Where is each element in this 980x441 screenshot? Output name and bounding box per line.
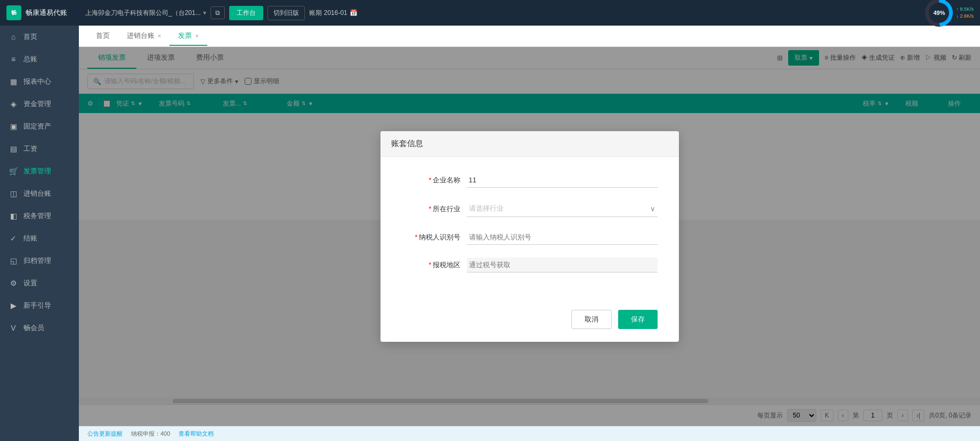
industry-row: *所在行业 请选择行业 ∨ xyxy=(402,201,658,217)
period-value: 2016-01 xyxy=(324,9,347,17)
speed-details: ↑ 8.5K/s ↓ 2.6K/s xyxy=(956,6,974,19)
sidebar-item-home[interactable]: ⌂ 首页 xyxy=(0,26,79,48)
sidebar-item-label: 税务管理 xyxy=(23,211,51,221)
sidebar-item-label: 资金管理 xyxy=(23,99,51,109)
sidebar-item-close[interactable]: ✓ 结账 xyxy=(0,227,79,250)
tax-region-label: *报税地区 xyxy=(402,260,460,270)
industry-chevron-icon: ∨ xyxy=(650,205,655,213)
payroll-icon: ▤ xyxy=(9,144,18,154)
sidebar-item-label: 报表中心 xyxy=(23,77,51,86)
tax-id-label: *纳税人识别号 xyxy=(402,232,460,242)
tab-home[interactable]: 首页 xyxy=(87,27,118,46)
funds-icon: ◈ xyxy=(9,99,18,109)
guide-icon: ▶ xyxy=(9,301,18,310)
ledger-icon: ≡ xyxy=(9,54,18,64)
settings-icon: ⚙ xyxy=(9,278,18,288)
sidebar-item-archive[interactable]: ◱ 归档管理 xyxy=(0,250,79,272)
sidebar-item-label: 工资 xyxy=(23,144,37,154)
close-accounts-icon: ✓ xyxy=(9,234,18,243)
tab-purchases-label: 进销台账 xyxy=(127,31,155,41)
sidebar-item-tax[interactable]: ◧ 税务管理 xyxy=(0,205,79,227)
workbench-button[interactable]: 工作台 xyxy=(229,6,263,20)
calendar-icon[interactable]: 📅 xyxy=(350,9,358,17)
tab-purchases[interactable]: 进销台账 × xyxy=(118,27,169,46)
speed-circle: 49% xyxy=(925,0,953,27)
tax-icon: ◧ xyxy=(9,211,18,221)
main-panel: 上海卯金刀电子科技有限公司_（台201... ▾ ⧉ 工作台 切到旧版 账期 2… xyxy=(79,0,980,441)
sidebar-item-label: 发票管理 xyxy=(23,166,51,176)
sidebar-item-label: 总账 xyxy=(23,54,37,64)
sidebar-item-label: 设置 xyxy=(23,278,37,288)
sidebar-item-label: 进销台账 xyxy=(23,189,51,198)
help-link[interactable]: 查看帮助文档 xyxy=(179,430,214,438)
cancel-button[interactable]: 取消 xyxy=(571,310,612,329)
industry-select[interactable]: 请选择行业 ∨ xyxy=(467,201,658,217)
sidebar-item-payroll[interactable]: ▤ 工资 xyxy=(0,138,79,160)
modal-header: 账套信息 xyxy=(380,131,679,157)
tax-region-row: *报税地区 xyxy=(402,258,658,272)
company-name-input[interactable] xyxy=(467,173,658,188)
invoice-icon: 🛒 xyxy=(9,166,18,176)
sidebar-item-label: 归档管理 xyxy=(23,256,51,266)
sidebar-item-settings[interactable]: ⚙ 设置 xyxy=(0,272,79,294)
tab-invoice[interactable]: 发票 × xyxy=(169,27,207,46)
switch-old-button[interactable]: 切到旧版 xyxy=(268,6,305,20)
sidebar-item-guide[interactable]: ▶ 新手引导 xyxy=(0,294,79,317)
company-name-row: *企业名称 xyxy=(402,173,658,188)
copy-button[interactable]: ⧉ xyxy=(210,6,225,19)
speed-widget: 49% ↑ 8.5K/s ↓ 2.6K/s xyxy=(925,0,974,27)
speed-pct-value: 49% xyxy=(933,10,945,16)
company-selector[interactable]: 上海卯金刀电子科技有限公司_（台201... ▾ xyxy=(85,9,206,18)
assets-icon: ▣ xyxy=(9,122,18,131)
industry-placeholder: 请选择行业 xyxy=(469,204,504,213)
logo-icon: 畅 xyxy=(6,5,21,20)
tax-id-row: *纳税人识别号 xyxy=(402,230,658,245)
tab-purchases-close-icon[interactable]: × xyxy=(158,33,161,39)
nav-tabs: 首页 进销台账 × 发票 × xyxy=(79,26,980,47)
account-info-modal: 账套信息 *企业名称 *所在行业 xyxy=(380,131,679,342)
tax-id-input[interactable] xyxy=(467,230,658,245)
sidebar-item-label: 结账 xyxy=(23,234,37,243)
sidebar-item-member[interactable]: V 畅会员 xyxy=(0,317,79,339)
sidebar-item-invoice[interactable]: 🛒 发票管理 xyxy=(0,160,79,182)
sidebar-item-label: 首页 xyxy=(23,32,37,42)
app-logo: 畅 畅康通易代账 xyxy=(0,0,79,26)
industry-label: *所在行业 xyxy=(402,204,460,214)
tab-home-label: 首页 xyxy=(96,31,110,41)
app-name: 畅康通易代账 xyxy=(26,8,67,18)
tax-status: 纳税申报：400 xyxy=(131,430,170,438)
modal-overlay: 账套信息 *企业名称 *所在行业 xyxy=(79,47,980,426)
sidebar-item-purchases[interactable]: ◫ 进销台账 xyxy=(0,182,79,205)
sidebar-item-assets[interactable]: ▣ 固定资产 xyxy=(0,115,79,138)
status-bar: 公告更新提醒 纳税申报：400 查看帮助文档 xyxy=(79,426,980,441)
tab-invoice-close-icon[interactable]: × xyxy=(195,33,198,39)
download-speed: ↓ 2.6K/s xyxy=(956,13,974,20)
sidebar-item-label: 新手引导 xyxy=(23,301,51,310)
period-display: 账期 2016-01 📅 xyxy=(309,9,358,18)
save-button[interactable]: 保存 xyxy=(618,310,658,329)
sidebar-item-reports[interactable]: ▦ 报表中心 xyxy=(0,70,79,93)
member-icon: V xyxy=(9,323,18,333)
modal-title: 账套信息 xyxy=(391,139,423,148)
modal-body: *企业名称 *所在行业 请选择行业 ∨ xyxy=(380,157,679,301)
speed-pct-display: 49% xyxy=(929,3,949,23)
topbar: 上海卯金刀电子科技有限公司_（台201... ▾ ⧉ 工作台 切到旧版 账期 2… xyxy=(79,0,980,26)
period-label: 账期 xyxy=(309,9,322,18)
company-name: 上海卯金刀电子科技有限公司_（台201... xyxy=(85,9,201,18)
sidebar-item-label: 畅会员 xyxy=(23,323,44,333)
sidebar-item-ledger[interactable]: ≡ 总账 xyxy=(0,48,79,70)
company-chevron-icon: ▾ xyxy=(203,9,206,17)
modal-footer: 取消 保存 xyxy=(380,301,679,342)
upload-speed: ↑ 8.5K/s xyxy=(956,6,974,13)
content-area: 销项发票 进项发票 费用小票 ⊞ 取票 ▾ ≡ 批量操作 ◈ xyxy=(79,47,980,426)
sidebar: 畅 畅康通易代账 ⌂ 首页 ≡ 总账 ▦ 报表中心 ◈ 资金管理 ▣ 固定资产 … xyxy=(0,0,79,441)
archive-icon: ◱ xyxy=(9,256,18,266)
company-name-label: *企业名称 xyxy=(402,175,460,185)
home-icon: ⌂ xyxy=(9,32,18,42)
tab-invoice-label: 发票 xyxy=(178,31,192,41)
sidebar-item-funds[interactable]: ◈ 资金管理 xyxy=(0,93,79,115)
sidebar-item-label: 固定资产 xyxy=(23,122,51,131)
notice-link[interactable]: 公告更新提醒 xyxy=(87,430,123,438)
tax-region-input xyxy=(467,258,658,272)
reports-icon: ▦ xyxy=(9,77,18,86)
